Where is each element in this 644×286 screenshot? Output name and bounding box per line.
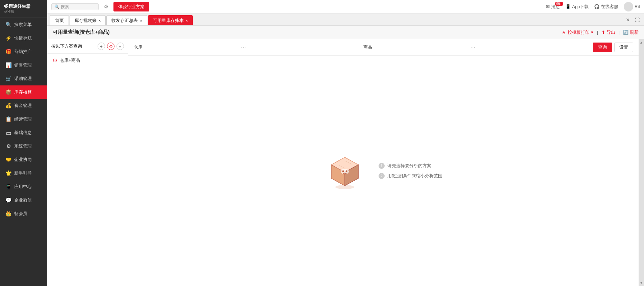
chevron-down-icon: ▾ [591, 30, 593, 35]
cube-svg [325, 151, 365, 191]
sidebar-item-member[interactable]: 👑畅会员 [0, 207, 47, 220]
sidebar-item-shortcut[interactable]: ⚡快捷导航 [0, 31, 47, 45]
user-avatar-area[interactable]: Rit [624, 2, 640, 11]
warehouse-goods-label: 仓库+商品 [60, 57, 80, 63]
warehouse-label: 仓库 [134, 44, 143, 50]
add-scheme-button[interactable]: + [98, 43, 105, 50]
app-download-button[interactable]: 📱 App下载 [565, 4, 589, 10]
goods-more-button[interactable]: ··· [471, 45, 476, 50]
inventory-icon: 📦 [5, 89, 11, 95]
sidebar-item-wechat[interactable]: 💬企业微信 [0, 193, 47, 207]
left-panel-actions: + ⊙ « [98, 43, 124, 50]
funds-icon: 💰 [5, 103, 11, 109]
settings-button[interactable]: 设置 [614, 43, 633, 52]
message-badge: 99+ [555, 2, 563, 6]
tab-label-home: 首页 [55, 18, 64, 24]
tab-collection[interactable]: 收发存汇总表× [106, 15, 147, 25]
search-icon: 🔍 [5, 22, 11, 28]
filter-actions: 查询 设置 [593, 43, 633, 52]
page-header-actions: 🖨 按模板打印 ▾ | ⬆ 导出 | 🔄 刷新 [562, 29, 639, 35]
sidebar-item-newbie[interactable]: 🌟新手引导 [0, 166, 47, 180]
message-icon: ✉ [546, 4, 550, 9]
export-icon: ⬆ [601, 30, 605, 35]
sidebar-label-shortcut: 快捷导航 [14, 35, 32, 41]
trial-button[interactable]: 体验行业方案 [113, 2, 149, 11]
newbie-icon: 🌟 [5, 170, 11, 176]
tip-item-2: 2 用[过滤]条件来缩小分析范围 [379, 173, 442, 179]
sidebar-logo: 畅康通好生意 标准版 [0, 0, 47, 18]
right-panel: 仓库 ··· 商品 ··· 查询 设置 [128, 39, 639, 286]
topbar-right: ✉ 消息 99+ 📱 App下载 🎧 在线客服 Rit [546, 2, 640, 11]
sidebar: 畅康通好生意 标准版 🔍搜索菜单⚡快捷导航🎁营销推广📊销售管理🛒采购管理📦库存核… [0, 0, 47, 286]
query-button[interactable]: 查询 [593, 43, 612, 52]
page-title: 可用量查询(按仓库+商品) [53, 29, 110, 35]
empty-tips: 1 请先选择要分析的方案 2 用[过滤]条件来缩小分析范围 [379, 163, 442, 179]
sidebar-item-system[interactable]: ⚙系统管理 [0, 139, 47, 153]
online-service-button[interactable]: 🎧 在线客服 [594, 4, 618, 10]
logo-tag: 标准版 [4, 9, 43, 14]
sidebar-label-search: 搜索菜单 [14, 22, 32, 28]
marketing-icon: 🎁 [5, 49, 11, 55]
tip-item-1: 1 请先选择要分析的方案 [379, 163, 442, 169]
sidebar-item-sales[interactable]: 📊销售管理 [0, 58, 47, 72]
sidebar-item-inventory[interactable]: 📦库存核算 [0, 85, 47, 99]
close-tab-button[interactable]: ✕ [624, 16, 632, 24]
scroll-down-arrow[interactable]: ▼ [640, 281, 643, 285]
sidebar-item-funds[interactable]: 💰资金管理 [0, 99, 47, 112]
operations-icon: 📋 [5, 116, 11, 122]
messages-button[interactable]: ✉ 消息 99+ [546, 4, 560, 10]
sidebar-item-search[interactable]: 🔍搜索菜单 [0, 18, 47, 31]
search-input[interactable] [61, 4, 95, 9]
tab-close-batch[interactable]: × [99, 19, 101, 23]
body-area: 按以下方案查询 + ⊙ « ⊙ 仓库+商品 仓库 [47, 39, 644, 286]
tab-batch[interactable]: 库存批次账× [70, 15, 106, 25]
tab-home[interactable]: 首页 [50, 15, 69, 25]
sidebar-label-wechat: 企业微信 [14, 197, 32, 203]
tip-text-1: 请先选择要分析的方案 [387, 163, 431, 169]
sidebar-label-enterprise: 企业协同 [14, 157, 32, 163]
sidebar-item-appstore[interactable]: 📱应用中心 [0, 180, 47, 193]
empty-state: 1 请先选择要分析的方案 2 用[过滤]条件来缩小分析范围 [128, 56, 639, 286]
sidebar-item-basic[interactable]: 🗃基础信息 [0, 126, 47, 139]
sidebar-nav: 🔍搜索菜单⚡快捷导航🎁营销推广📊销售管理🛒采购管理📦库存核算💰资金管理📋经营管理… [0, 18, 47, 286]
sidebar-label-basic: 基础信息 [14, 130, 32, 136]
refresh-button[interactable]: 🔄 刷新 [623, 29, 639, 35]
left-panel-title: 按以下方案查询 [51, 43, 82, 49]
svg-point-5 [341, 169, 349, 174]
tab-label-batch: 库存批次账 [75, 18, 97, 24]
main-area: 🔍 ⚙ 体验行业方案 ✉ 消息 99+ 📱 App下载 🎧 在线客服 Rit [47, 0, 644, 286]
settings-icon[interactable]: ⚙ [101, 2, 111, 11]
sales-icon: 📊 [5, 62, 11, 68]
topbar-search-box[interactable]: 🔍 [51, 3, 99, 10]
settings-scheme-button[interactable]: ⊙ [107, 43, 114, 50]
warehouse-more-button[interactable]: ··· [241, 45, 246, 50]
warehouse-goods-item[interactable]: ⊙ 仓库+商品 [47, 54, 128, 67]
tab-close-collection[interactable]: × [140, 19, 142, 23]
sidebar-label-inventory: 库存核算 [14, 89, 32, 95]
tab-close-available[interactable]: × [186, 19, 188, 23]
maximize-tab-button[interactable]: ⛶ [633, 16, 641, 24]
sidebar-label-member: 畅会员 [14, 211, 27, 217]
vertical-scrollbar[interactable]: ▲ ▼ [639, 39, 644, 286]
sidebar-label-system: 系统管理 [14, 143, 32, 149]
scroll-up-arrow[interactable]: ▲ [640, 41, 643, 44]
svg-point-6 [342, 171, 344, 172]
tab-available[interactable]: 可用量库存账本× [148, 15, 193, 25]
member-icon: 👑 [5, 211, 11, 217]
collapse-panel-button[interactable]: « [117, 43, 124, 50]
print-template-button[interactable]: 🖨 按模板打印 ▾ [562, 29, 593, 35]
headset-icon: 🎧 [594, 4, 599, 9]
sidebar-item-operations[interactable]: 📋经营管理 [0, 112, 47, 126]
svg-point-7 [345, 171, 347, 172]
system-icon: ⚙ [5, 143, 11, 149]
sidebar-item-purchase[interactable]: 🛒采购管理 [0, 72, 47, 85]
goods-input[interactable] [374, 43, 469, 52]
goods-filter-group: 商品 ··· [363, 43, 588, 52]
appstore-icon: 📱 [5, 184, 11, 190]
sidebar-item-enterprise[interactable]: 🤝企业协同 [0, 153, 47, 166]
left-panel-header: 按以下方案查询 + ⊙ « [47, 39, 128, 54]
export-button[interactable]: ⬆ 导出 [601, 29, 615, 35]
warehouse-input[interactable] [145, 43, 239, 52]
tab-label-collection: 收发存汇总表 [111, 18, 138, 24]
sidebar-item-marketing[interactable]: 🎁营销推广 [0, 45, 47, 58]
